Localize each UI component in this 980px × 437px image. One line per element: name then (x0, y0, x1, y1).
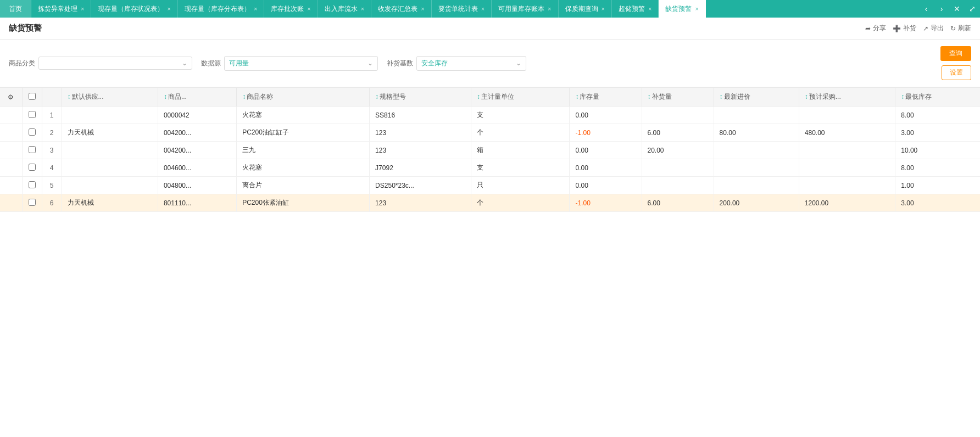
tab-label: 要货单统计表 (438, 4, 478, 14)
row-latest-price (714, 159, 799, 177)
table-body: 1 0000042 火花塞 SS816 支 0.00 8.00 2 力天机械 0… (0, 107, 980, 212)
category-select[interactable]: ⌄ (38, 57, 192, 70)
tab-shortage[interactable]: 缺货预警× (659, 0, 705, 18)
row-checkbox-cell[interactable] (22, 177, 42, 194)
col-unit[interactable]: ↕主计量单位 (471, 88, 570, 107)
col-settings[interactable]: ⚙ (0, 88, 22, 107)
row-checkbox-cell[interactable] (22, 159, 42, 177)
tab-close-btn[interactable]: × (254, 5, 257, 12)
tab-recv-summary[interactable]: 收发存汇总表× (371, 0, 431, 18)
tab-prev-btn[interactable]: ‹ (918, 0, 934, 18)
tab-close-all-btn[interactable]: ✕ (949, 0, 965, 18)
row-number: 6 (42, 194, 62, 212)
tab-close-btn[interactable]: × (421, 5, 424, 12)
row-settings-cell[interactable] (0, 124, 22, 142)
tab-inventory-status[interactable]: 现存量（库存状况表）× (91, 0, 177, 18)
row-replenish (642, 177, 714, 194)
col-replenish[interactable]: ↕补货量 (642, 88, 714, 107)
tab-overstock[interactable]: 超储预警× (612, 0, 659, 18)
row-unit: 个 (471, 124, 570, 142)
select-all-checkbox[interactable] (29, 93, 36, 100)
tab-label: 可用量库存账本 (498, 4, 544, 14)
col-checkbox[interactable] (22, 88, 42, 107)
table-row: 1 0000042 火花塞 SS816 支 0.00 8.00 (0, 107, 980, 124)
row-number: 3 (42, 142, 62, 159)
tab-batch-account[interactable]: 库存批次账× (264, 0, 318, 18)
share-btn[interactable]: ➦ 分享 (865, 24, 886, 33)
row-goods-name: 离合片 (237, 177, 370, 194)
tab-inout-flow[interactable]: 出入库流水× (318, 0, 371, 18)
row-settings-cell[interactable] (0, 159, 22, 177)
tab-close-btn[interactable]: × (481, 5, 485, 12)
tab-bar: 首页 拣货异常处理×现存量（库存状况表）×现存量（库存分布表）×库存批次账×出入… (0, 0, 980, 18)
row-est-purchase: 480.00 (799, 124, 895, 142)
row-latest-price: 80.00 (714, 124, 799, 142)
row-goods-code: 0000042 (158, 107, 236, 124)
col-goods-name[interactable]: ↕商品名称 (237, 88, 370, 107)
tab-expiry-query[interactable]: 保质期查询× (559, 0, 612, 18)
row-supplier (62, 142, 158, 159)
col-latest-price[interactable]: ↕最新进价 (714, 88, 799, 107)
replenish-btn[interactable]: ➕ 补货 (893, 24, 916, 33)
col-supplier[interactable]: ↕默认供应... (62, 88, 158, 107)
row-checkbox-cell[interactable] (22, 124, 42, 142)
tab-close-btn[interactable]: × (307, 5, 310, 12)
tab-label: 拣货异常处理 (38, 4, 77, 14)
row-stock: 0.00 (570, 159, 642, 177)
col-goods-code[interactable]: ↕商品... (158, 88, 236, 107)
tab-close-btn[interactable]: × (695, 5, 698, 12)
row-checkbox[interactable] (29, 111, 36, 118)
query-button[interactable]: 查询 (940, 46, 971, 61)
settings-button[interactable]: 设置 (942, 65, 971, 80)
tab-next-btn[interactable]: › (934, 0, 949, 18)
row-checkbox-cell[interactable] (22, 142, 42, 159)
row-supplier (62, 159, 158, 177)
row-settings-cell[interactable] (0, 142, 22, 159)
tab-close-btn[interactable]: × (548, 5, 551, 12)
refresh-btn[interactable]: ↻ 刷新 (950, 24, 971, 33)
datasource-select[interactable]: 可用量 ⌄ (224, 56, 378, 71)
row-number: 4 (42, 159, 62, 177)
row-checkbox[interactable] (29, 181, 36, 188)
tab-inventory-dist[interactable]: 现存量（库存分布表）× (178, 0, 264, 18)
col-est-purchase[interactable]: ↕预计采购... (799, 88, 895, 107)
row-checkbox[interactable] (29, 146, 36, 153)
table-row: 2 力天机械 004200... PC200油缸缸子 123 个 -1.00 6… (0, 124, 980, 142)
row-replenish: 20.00 (642, 142, 714, 159)
row-latest-price (714, 107, 799, 124)
tab-order-stats[interactable]: 要货单统计表× (432, 0, 492, 18)
table-header-row: ⚙ ↕默认供应... ↕商品... ↕商品名称 ↕规格型号 ↕主计量单位 ↕库存… (0, 88, 980, 107)
row-goods-code: 004200... (158, 124, 236, 142)
tab-abnormal[interactable]: 拣货异常处理× (31, 0, 91, 18)
tab-home[interactable]: 首页 (0, 0, 31, 18)
row-checkbox-cell[interactable] (22, 107, 42, 124)
row-goods-name: 三九 (237, 142, 370, 159)
replenish-base-select[interactable]: 安全库存 ⌄ (416, 56, 526, 71)
row-checkbox[interactable] (29, 128, 36, 136)
export-btn[interactable]: ↗ 导出 (923, 24, 944, 33)
tab-close-btn[interactable]: × (167, 5, 170, 12)
row-settings-cell[interactable] (0, 177, 22, 194)
tab-available-ledger[interactable]: 可用量库存账本× (492, 0, 558, 18)
row-replenish: 6.00 (642, 194, 714, 212)
row-checkbox[interactable] (29, 199, 36, 206)
tab-expand-btn[interactable]: ⤢ (965, 0, 980, 18)
tab-close-btn[interactable]: × (81, 5, 84, 12)
tab-close-btn[interactable]: × (602, 5, 605, 12)
row-checkbox-cell[interactable] (22, 194, 42, 212)
row-goods-name: 火花塞 (237, 107, 370, 124)
col-stock[interactable]: ↕库存量 (570, 88, 642, 107)
tab-nav-buttons: ‹ › ✕ ⤢ (918, 0, 980, 18)
col-spec[interactable]: ↕规格型号 (370, 88, 471, 107)
table-row: 5 004800... 离合片 DS250*23c... 只 0.00 1.00 (0, 177, 980, 194)
row-settings-cell[interactable] (0, 107, 22, 124)
header-actions: ➦ 分享 ➕ 补货 ↗ 导出 ↻ 刷新 (865, 24, 971, 33)
row-settings-cell[interactable] (0, 194, 22, 212)
col-min-stock[interactable]: ↕最低库存 (895, 88, 980, 107)
row-checkbox[interactable] (29, 164, 36, 171)
tab-close-btn[interactable]: × (361, 5, 364, 12)
tab-label: 现存量（库存状况表） (98, 4, 164, 14)
row-min-stock: 8.00 (895, 107, 980, 124)
export-icon: ↗ (923, 25, 928, 32)
tab-close-btn[interactable]: × (648, 5, 652, 12)
